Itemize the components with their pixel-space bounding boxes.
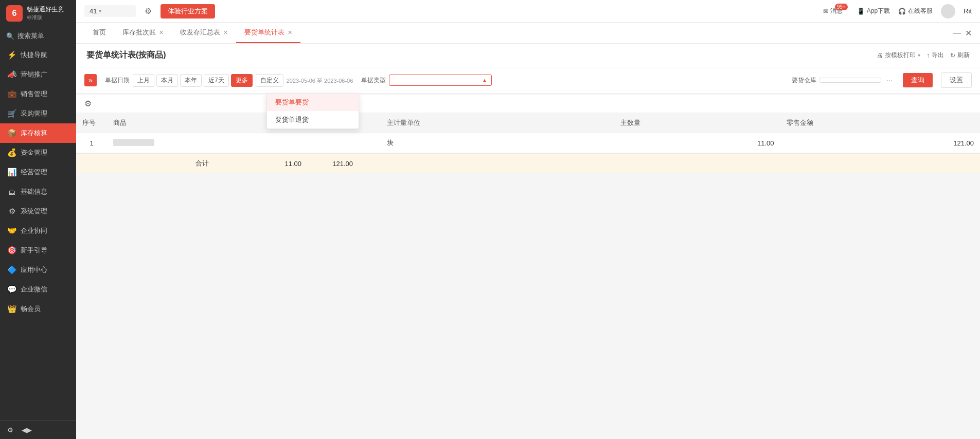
topbar-left: 41 ▾ ⚙ 体验行业方案 — [84, 4, 817, 19]
settings-icon[interactable]: ⚙ — [7, 426, 13, 434]
nav-label-purchase: 采购管理 — [21, 109, 47, 118]
nav-icon-member: 👑 — [7, 304, 16, 314]
nav-icon-guide: 🎯 — [7, 246, 16, 255]
sidebar-item-cooperation[interactable]: 🤝 企业协同 — [0, 221, 76, 241]
app-download-action[interactable]: 📱 App下载 — [857, 7, 890, 15]
sidebar-item-purchase[interactable]: 🛒 采购管理 — [0, 104, 76, 123]
sidebar-item-app-center[interactable]: 🔷 应用中心 — [0, 260, 76, 280]
search-icon: 🔍 — [6, 32, 14, 40]
tab-close-receive-summary[interactable]: ✕ — [223, 29, 228, 36]
print-button[interactable]: 🖨 按模板打印 ▾ — [877, 51, 920, 60]
warehouse-input[interactable] — [819, 78, 881, 83]
tab-close-all-icon[interactable]: ✕ — [965, 28, 972, 38]
messages-badge: 99+ — [835, 4, 848, 10]
main-content: 41 ▾ ⚙ 体验行业方案 ✉ 消息 99+ 📱 App下载 🎧 在线客服 Ri… — [76, 0, 980, 439]
sidebar-item-system[interactable]: ⚙ 系统管理 — [0, 202, 76, 221]
refresh-icon: ↻ — [950, 52, 955, 59]
sidebar-item-sales[interactable]: 💼 销售管理 — [0, 84, 76, 104]
tab-label-receive-summary: 收发存汇总表 — [180, 28, 220, 37]
sidebar-item-inventory[interactable]: 📦 库存核算 — [0, 123, 76, 143]
sidebar-search[interactable]: 🔍 搜索菜单 — [0, 27, 76, 45]
table-header-row: 序号商品主计量单位主数量零售金额 — [76, 113, 980, 133]
tab-close-inventory-batch[interactable]: ✕ — [159, 29, 164, 36]
gear-button[interactable]: ⚙ — [141, 4, 155, 19]
sidebar-item-guide[interactable]: 🎯 新手引导 — [0, 241, 76, 260]
table-footer: 合计 11.00 121.00 — [76, 153, 980, 173]
dropdown-item-return[interactable]: 要货单退货 — [267, 111, 359, 129]
nav-icon-basic-info: 🗂 — [7, 187, 16, 196]
sidebar-item-quick-nav[interactable]: ⚡ 快捷导航 — [0, 45, 76, 65]
app-version: 标准版 — [27, 14, 64, 21]
trial-button[interactable]: 体验行业方案 — [161, 4, 215, 19]
more-dots-icon[interactable]: ··· — [884, 76, 895, 84]
col-header-quantity: 主数量 — [614, 113, 780, 133]
settings-button[interactable]: 设置 — [941, 72, 972, 88]
date-filter-label: 单据日期 — [105, 76, 130, 85]
filter-expand-button[interactable]: » — [84, 74, 97, 86]
sidebar-nav: ⚡ 快捷导航 📣 营销推广 💼 销售管理 🛒 采购管理 📦 库存核算 💰 资金管… — [0, 45, 76, 420]
nav-icon-inventory: 📦 — [7, 129, 16, 138]
sidebar-item-operation[interactable]: 📊 经营管理 — [0, 162, 76, 182]
tab-receive-summary[interactable]: 收发存汇总表✕ — [172, 23, 236, 43]
logo-icon: 6 — [6, 5, 23, 22]
messages-action[interactable]: ✉ 消息 99+ — [823, 7, 843, 15]
cell-unit-0: 块 — [381, 133, 615, 153]
total-quantity: 11.00 — [260, 160, 301, 168]
nav-icon-app-center: 🔷 — [7, 265, 16, 275]
page-header: 要货单统计表(按商品) 🖨 按模板打印 ▾ ↑ 导出 ↻ 刷新 — [76, 44, 980, 67]
sidebar: 6 畅捷通好生意 标准版 🔍 搜索菜单 ⚡ 快捷导航 📣 营销推广 💼 销售管理… — [0, 0, 76, 439]
filter-bar: » 单据日期 上月 本月 本年 近7天 更多 自定义 2023-05-06 至 … — [76, 67, 980, 94]
last-7days-btn[interactable]: 近7天 — [204, 74, 229, 87]
tab-home[interactable]: 首页 — [84, 23, 114, 43]
sidebar-item-member[interactable]: 👑 畅会员 — [0, 299, 76, 319]
tab-inventory-batch[interactable]: 库存批次账✕ — [114, 23, 172, 43]
custom-date-btn[interactable]: 自定义 — [256, 74, 283, 87]
sidebar-item-marketing[interactable]: 📣 营销推广 — [0, 65, 76, 84]
nav-label-member: 畅会员 — [21, 304, 41, 314]
tab-requisition-stats[interactable]: 要货单统计表✕ — [236, 23, 300, 43]
nav-icon-marketing: 📣 — [7, 70, 16, 79]
service-icon: 🎧 — [898, 8, 906, 15]
mobile-icon: 📱 — [857, 8, 865, 15]
up-arrow-icon: ▲ — [482, 77, 487, 83]
sidebar-item-finance[interactable]: 💰 资金管理 — [0, 143, 76, 162]
query-button[interactable]: 查询 — [903, 73, 933, 87]
company-name: 畅捷通好生意 — [27, 6, 64, 14]
store-name: 41 — [90, 7, 97, 15]
online-service-action[interactable]: 🎧 在线客服 — [898, 7, 933, 15]
nav-label-finance: 资金管理 — [21, 148, 47, 157]
user-avatar[interactable] — [941, 4, 955, 19]
nav-label-quick-nav: 快捷导航 — [21, 50, 47, 60]
nav-label-basic-info: 基础信息 — [21, 187, 47, 196]
export-icon: ↑ — [926, 52, 930, 59]
more-btn[interactable]: 更多 — [231, 74, 253, 87]
sidebar-item-basic-info[interactable]: 🗂 基础信息 — [0, 182, 76, 202]
this-month-btn[interactable]: 本月 — [156, 74, 178, 87]
product-placeholder — [113, 139, 154, 146]
export-button[interactable]: ↑ 导出 — [926, 51, 944, 60]
sidebar-item-wechat[interactable]: 💬 企业微信 — [0, 280, 76, 299]
type-filter-select[interactable]: ▲ — [389, 75, 492, 86]
nav-icon-operation: 📊 — [7, 168, 16, 177]
table-settings-icon[interactable]: ⚙ — [84, 99, 92, 108]
topbar: 41 ▾ ⚙ 体验行业方案 ✉ 消息 99+ 📱 App下载 🎧 在线客服 Ri… — [76, 0, 980, 23]
store-selector[interactable]: 41 ▾ — [84, 5, 136, 17]
tab-close-requisition-stats[interactable]: ✕ — [288, 29, 292, 36]
tab-minimize-icon[interactable]: — — [953, 28, 961, 38]
collapse-icon[interactable]: ◀▶ — [22, 426, 32, 434]
dropdown-item-requisition[interactable]: 要货单要货 — [267, 94, 359, 111]
online-service-label: 在线客服 — [908, 7, 933, 15]
chevron-down-icon: ▾ — [99, 8, 101, 14]
message-icon: ✉ — [823, 8, 828, 15]
last-month-btn[interactable]: 上月 — [133, 74, 154, 87]
header-actions: 🖨 按模板打印 ▾ ↑ 导出 ↻ 刷新 — [877, 51, 970, 60]
refresh-button[interactable]: ↻ 刷新 — [950, 51, 970, 60]
tab-label-inventory-batch: 库存批次账 — [122, 28, 156, 37]
search-label: 搜索菜单 — [17, 31, 44, 41]
sidebar-bottom: ⚙ ◀▶ — [0, 420, 76, 439]
nav-label-marketing: 营销推广 — [21, 70, 47, 79]
nav-icon-sales: 💼 — [7, 89, 16, 99]
app-download-label: App下载 — [867, 7, 890, 15]
sidebar-logo: 6 畅捷通好生意 标准版 — [0, 0, 76, 27]
this-year-btn[interactable]: 本年 — [180, 74, 202, 87]
